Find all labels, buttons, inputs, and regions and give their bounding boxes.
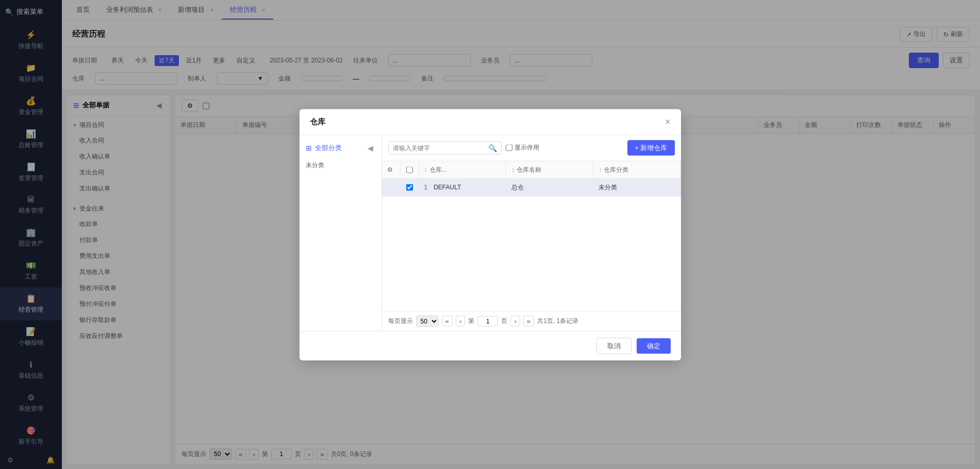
modal-header: 仓库 ×	[300, 109, 681, 135]
modal-th-code: ↕ 仓库...	[419, 161, 506, 178]
modal-toolbar: 🔍 显示停用 + 新增仓库	[382, 135, 681, 161]
modal-page-suffix: 页	[501, 317, 507, 326]
th-category-label: 仓库分类	[604, 165, 628, 174]
modal-title: 仓库	[310, 117, 325, 126]
modal-search-icon: 🔍	[488, 143, 497, 152]
all-categories-label: 全部分类	[315, 143, 342, 152]
modal-page-label: 第	[468, 317, 474, 326]
modal-search-box: 🔍	[388, 141, 502, 154]
modal-table-header: ⚙ ↕ 仓库... ↕ 仓库名称 ↕ 仓库分类	[382, 161, 681, 179]
th-code-label: 仓库...	[429, 165, 447, 174]
modal-td-settings	[382, 183, 401, 191]
modal-th-category: ↕ 仓库分类	[593, 161, 680, 178]
modal-per-page-select[interactable]: 50	[416, 315, 439, 327]
row-name: 总仓	[511, 183, 524, 191]
modal-pagination: 每页显示 50 « ‹ 第 页 › » 共1页, 1条记录	[382, 311, 681, 331]
modal-table: ⚙ ↕ 仓库... ↕ 仓库名称 ↕ 仓库分类	[382, 161, 681, 311]
modal-row-checkbox[interactable]	[406, 184, 413, 190]
modal-body: ⊞ 全部分类 ◀ 未分类 🔍 显示停用 + 新增仓库	[300, 135, 681, 331]
row-category: 未分类	[599, 183, 617, 191]
sidebar-collapse-btn[interactable]: ◀	[366, 143, 375, 152]
sort-icon-cat: ↕	[599, 166, 602, 173]
th-name-label: 仓库名称	[517, 165, 541, 174]
modal-confirm-button[interactable]: 确定	[637, 338, 671, 353]
modal-td-name: 总仓	[506, 179, 593, 196]
modal-td-category: 未分类	[593, 179, 680, 196]
modal-next-page-btn[interactable]: ›	[510, 316, 520, 327]
modal-select-all[interactable]	[406, 166, 413, 173]
modal-close-button[interactable]: ×	[665, 116, 671, 127]
add-warehouse-label: + 新增仓库	[635, 143, 667, 152]
category-uncategorized[interactable]: 未分类	[300, 156, 381, 173]
sort-icon-code: ↕	[424, 166, 427, 173]
modal-td-check[interactable]	[401, 180, 419, 195]
modal-first-page-btn[interactable]: «	[442, 316, 453, 327]
modal-cancel-button[interactable]: 取消	[596, 337, 632, 354]
add-warehouse-button[interactable]: + 新增仓库	[627, 140, 674, 155]
row-code: DEFAULT	[434, 184, 461, 191]
modal-categories-sidebar: ⊞ 全部分类 ◀ 未分类	[300, 135, 382, 331]
modal-main: 🔍 显示停用 + 新增仓库 ⚙ ↕	[382, 135, 681, 331]
modal-prev-page-btn[interactable]: ‹	[456, 316, 465, 327]
modal-th-name: ↕ 仓库名称	[506, 161, 593, 178]
all-categories-header[interactable]: ⊞ 全部分类 ◀	[300, 139, 381, 156]
show-disabled-checkbox[interactable]	[506, 144, 512, 151]
modal-per-page-label: 每页显示	[388, 317, 413, 326]
modal-table-row[interactable]: 1 DEFAULT 总仓 未分类	[382, 179, 681, 196]
modal-th-checkbox[interactable]	[401, 161, 419, 178]
row-no: 1	[424, 184, 428, 191]
grid-cat-icon: ⊞	[306, 143, 312, 152]
sort-icon-name: ↕	[511, 166, 514, 173]
modal-td-code: 1 DEFAULT	[419, 180, 506, 195]
modal-last-page-btn[interactable]: »	[523, 316, 534, 327]
modal-current-page-input[interactable]	[477, 316, 498, 326]
uncategorized-label: 未分类	[306, 161, 324, 168]
show-disabled-label: 显示停用	[514, 143, 539, 152]
warehouse-modal: 仓库 × ⊞ 全部分类 ◀ 未分类 🔍 显示停用	[300, 109, 681, 360]
modal-th-settings[interactable]: ⚙	[382, 161, 401, 178]
modal-total-info: 共1页, 1条记录	[537, 317, 578, 326]
modal-search-input[interactable]	[393, 144, 488, 151]
modal-footer: 取消 确定	[300, 331, 681, 360]
show-disabled-checkbox-label[interactable]: 显示停用	[506, 143, 539, 152]
